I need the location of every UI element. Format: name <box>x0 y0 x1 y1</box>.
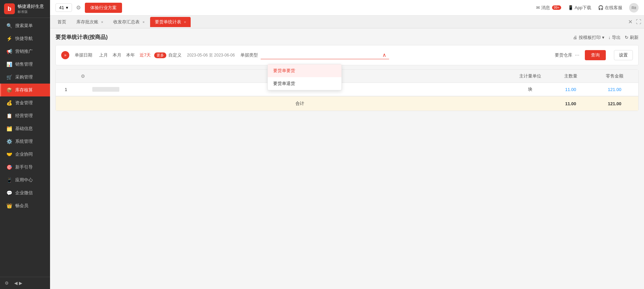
sidebar-item-shortcut[interactable]: ⚡ 快捷导航 <box>0 32 50 45</box>
sidebar-item-label: 资金管理 <box>15 100 33 106</box>
system-icon: ⚙️ <box>6 139 13 144</box>
sidebar-item-wechat[interactable]: 💬 企业微信 <box>0 186 50 199</box>
date-btn-this-month[interactable]: 本月 <box>111 51 123 59</box>
sidebar-item-search[interactable]: 🔍 搜索菜单 <box>0 19 50 32</box>
query-button[interactable]: 查询 <box>585 50 606 60</box>
sidebar-item-label: 快捷导航 <box>15 36 33 42</box>
table-header-row: ⚙ 商品 主计量单位 主数量 零售金额 <box>56 70 638 83</box>
export-icon: ↓ <box>609 35 611 40</box>
sidebar-item-label: 企业协同 <box>15 151 33 157</box>
print-label: 按模板打印 <box>579 35 601 41</box>
sidebar-item-appstore[interactable]: 📱 应用中心 <box>0 174 50 186</box>
td-qty[interactable]: 11.00 <box>550 87 591 92</box>
tab-order[interactable]: 要货单统计表 × <box>150 17 191 27</box>
type-clear-btn[interactable]: ∧ <box>382 52 386 58</box>
store-selector[interactable]: 41 ▾ <box>55 3 72 12</box>
tab-batch-label: 库存批次账 <box>76 19 98 25</box>
online-service-btn[interactable]: 🎧 在线客服 <box>598 5 622 11</box>
sidebar-item-guide[interactable]: 🎯 新手引导 <box>0 161 50 174</box>
finance-icon: 💰 <box>6 100 13 106</box>
td-amount[interactable]: 121.00 <box>591 87 638 92</box>
type-input[interactable] <box>263 52 382 58</box>
more-tag[interactable]: 更多 <box>154 52 166 58</box>
warehouse-more-btn[interactable]: ··· <box>575 52 579 58</box>
export-label: 导出 <box>612 35 621 41</box>
settings-button[interactable]: 设置 <box>614 50 633 60</box>
sidebar-logo-text: 畅捷通好生意 标准版 <box>18 3 44 14</box>
chevron-down-icon: ▾ <box>66 5 68 10</box>
trial-button[interactable]: 体验行业方案 <box>85 3 122 13</box>
sidebar-item-finance[interactable]: 💰 资金管理 <box>0 96 50 109</box>
sidebar-item-system[interactable]: ⚙️ 系统管理 <box>0 135 50 148</box>
sidebar-item-inventory[interactable]: 📦 库存核算 <box>0 84 50 96</box>
topbar-settings-icon[interactable]: ⚙ <box>76 4 81 11</box>
sidebar-item-label: 采购管理 <box>15 74 33 80</box>
date-shortcuts: 上月 本月 本年 近7天 更多 自定义 <box>98 51 182 59</box>
type-dropdown: 要货单要货 要货单退货 <box>267 64 342 90</box>
topbar-right: ✉ 消息 99+ 📱 App下载 🎧 在线客服 Rit <box>536 3 639 13</box>
tab-summary-close[interactable]: × <box>142 20 144 24</box>
date-custom-btn[interactable]: 自定义 <box>168 52 182 58</box>
sidebar-item-label: 应用中心 <box>15 177 33 183</box>
app-download-btn[interactable]: 📱 App下载 <box>568 5 591 11</box>
message-btn[interactable]: ✉ 消息 99+ <box>536 5 561 11</box>
date-btn-last-month[interactable]: 上月 <box>98 51 109 59</box>
sidebar-collapse-btn[interactable]: ◀ ▶ <box>14 281 22 286</box>
dropdown-item-order-return[interactable]: 要货单退货 <box>268 77 341 90</box>
sidebar-item-member[interactable]: 👑 畅会员 <box>0 199 50 212</box>
tab-batch[interactable]: 库存批次账 × <box>72 17 108 27</box>
tf-total-label: 合计 <box>90 101 510 107</box>
sidebar-item-label: 企业微信 <box>15 190 33 196</box>
sidebar-logo: b 畅捷通好生意 标准版 <box>0 0 50 18</box>
tab-summary[interactable]: 收发存汇总表 × <box>109 17 149 27</box>
sidebar-item-enterprise[interactable]: 🤝 企业协同 <box>0 148 50 161</box>
search-icon: 🔍 <box>6 23 13 28</box>
tabbar-close-btn[interactable]: ✕ <box>628 19 633 25</box>
inventory-icon: 📦 <box>6 87 13 93</box>
wechat-icon: 💬 <box>6 190 13 196</box>
page-title: 要货单统计表(按商品) <box>55 34 108 41</box>
purchase-icon: 🛒 <box>6 74 13 80</box>
page-content: 要货单统计表(按商品) 🖨 按模板打印 ▾ ↓ 导出 ↻ 刷新 <box>50 28 644 289</box>
sidebar: b 畅捷通好生意 标准版 🔍 搜索菜单 ⚡ 快捷导航 📢 营销推广 📊 销售管理… <box>0 0 50 289</box>
th-unit: 主计量单位 <box>510 73 550 79</box>
user-avatar[interactable]: Rit <box>629 3 639 13</box>
refresh-btn[interactable]: ↻ 刷新 <box>625 35 639 41</box>
tab-order-close[interactable]: × <box>184 20 186 24</box>
sidebar-item-label: 搜索菜单 <box>15 23 33 29</box>
tab-home-label: 首页 <box>57 19 66 25</box>
date-btn-7days[interactable]: 近7天 <box>138 51 152 59</box>
sidebar-item-operation[interactable]: 📋 经营管理 <box>0 109 50 122</box>
main: 41 ▾ ⚙ 体验行业方案 ✉ 消息 99+ 📱 App下载 🎧 在线客服 Ri… <box>50 0 644 289</box>
th-settings[interactable]: ⚙ <box>76 73 90 79</box>
filter-expand-btn[interactable]: » <box>61 51 69 59</box>
sidebar-item-marketing[interactable]: 📢 营销推广 <box>0 45 50 58</box>
shortcut-icon: ⚡ <box>6 36 13 41</box>
dropdown-item-order-goods[interactable]: 要货单要货 <box>268 64 341 77</box>
tab-batch-close[interactable]: × <box>101 20 103 24</box>
type-input-wrap: ∧ <box>261 51 389 59</box>
tab-home[interactable]: 首页 <box>53 17 71 27</box>
tab-order-label: 要货单统计表 <box>155 19 181 25</box>
topbar: 41 ▾ ⚙ 体验行业方案 ✉ 消息 99+ 📱 App下载 🎧 在线客服 Ri… <box>50 0 644 16</box>
td-unit: 块 <box>510 86 550 92</box>
tabbar: 首页 库存批次账 × 收发存汇总表 × 要货单统计表 × ✕ ⛶ <box>50 16 644 28</box>
sidebar-item-label: 库存核算 <box>15 87 33 93</box>
member-icon: 👑 <box>6 203 13 208</box>
print-btn[interactable]: 🖨 按模板打印 ▾ <box>573 35 604 41</box>
operation-icon: 📋 <box>6 113 13 118</box>
tabbar-expand-btn[interactable]: ⛶ <box>636 19 641 25</box>
sidebar-item-purchase[interactable]: 🛒 采购管理 <box>0 71 50 84</box>
enterprise-icon: 🤝 <box>6 152 13 157</box>
print-icon: 🖨 <box>573 35 577 40</box>
filter-row: » 单据日期 上月 本月 本年 近7天 更多 自定义 2023-05-06 至 … <box>61 50 633 60</box>
sidebar-settings-btn[interactable]: ⚙ <box>5 281 9 286</box>
sidebar-item-sales[interactable]: 📊 销售管理 <box>0 58 50 71</box>
export-btn[interactable]: ↓ 导出 <box>609 35 621 41</box>
data-table: ⚙ 商品 主计量单位 主数量 零售金额 1 块 11.00 121.00 <box>55 69 639 111</box>
sidebar-item-basic[interactable]: 🗂️ 基础信息 <box>0 122 50 135</box>
filter-area: » 单据日期 上月 本月 本年 近7天 更多 自定义 2023-05-06 至 … <box>55 45 639 65</box>
date-btn-this-year[interactable]: 本年 <box>125 51 136 59</box>
brand-name: 畅捷通好生意 <box>18 3 44 9</box>
sidebar-item-label: 销售管理 <box>15 61 33 67</box>
